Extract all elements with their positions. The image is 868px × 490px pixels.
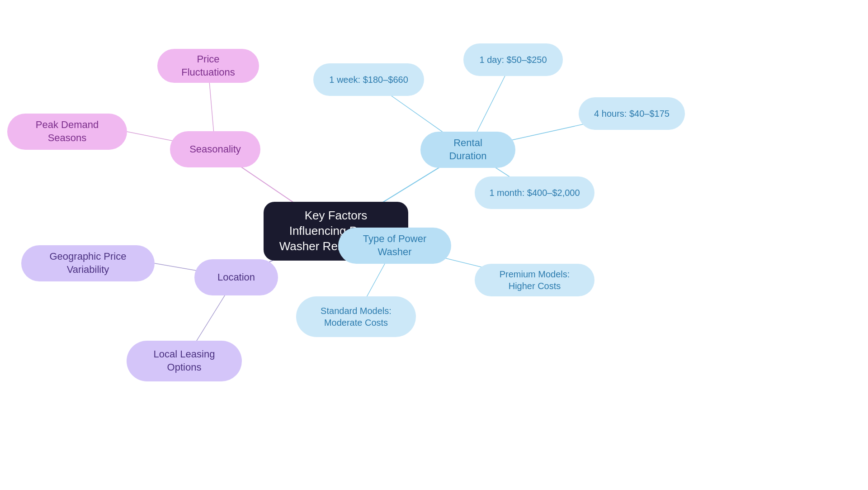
price-fluctuations-node: Price Fluctuations [157,49,259,83]
four-hours-node: 4 hours: $40–$175 [579,97,685,130]
one-day-node: 1 day: $50–$250 [463,43,563,76]
peak-demand-node: Peak Demand Seasons [7,114,127,150]
standard-models-node: Standard Models: Moderate Costs [296,296,416,337]
one-month-node: 1 month: $400–$2,000 [475,176,594,209]
location-node: Location [194,259,278,295]
rental-duration-node: Rental Duration [420,132,515,168]
local-leasing-node: Local Leasing Options [127,341,242,381]
type-washer-node: Type of Power Washer [338,228,451,264]
premium-models-node: Premium Models: Higher Costs [475,264,594,296]
seasonality-node: Seasonality [170,131,260,167]
geo-variability-node: Geographic Price Variability [21,245,155,281]
one-week-node: 1 week: $180–$660 [313,63,424,96]
